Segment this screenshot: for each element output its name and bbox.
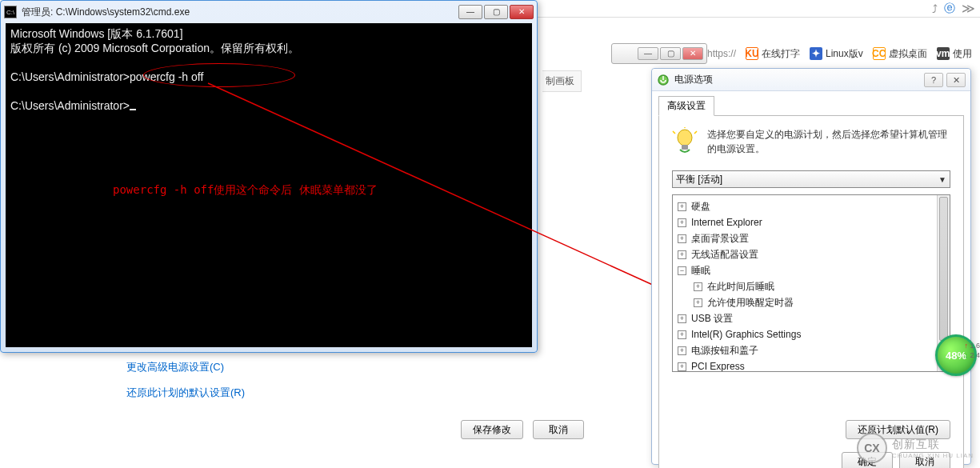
logo-text-en: CHUANG XIN HU LIAN xyxy=(892,452,974,459)
plan-links: 更改高级电源设置(C) 还原此计划的默认设置(R) xyxy=(126,360,245,411)
expand-icon[interactable]: + xyxy=(678,234,686,243)
more-icon[interactable]: ≫ xyxy=(962,1,975,16)
tree-node-usb[interactable]: +USB 设置 xyxy=(674,310,935,326)
help-button[interactable]: ? xyxy=(924,73,943,87)
tree-node-pci[interactable]: +PCI Express xyxy=(674,358,935,372)
svg-rect-4 xyxy=(682,145,688,150)
ie-icon[interactable]: ⓔ xyxy=(944,2,955,16)
save-button[interactable]: 保存修改 xyxy=(461,420,523,439)
tab-advanced[interactable]: 高级设置 xyxy=(658,96,714,116)
expand-icon[interactable]: + xyxy=(678,202,686,211)
restore-defaults-link[interactable]: 还原此计划的默认设置(R) xyxy=(126,386,245,400)
dialog-title: 电源选项 xyxy=(674,73,921,86)
bulb-icon xyxy=(672,127,698,153)
tree-node-harddisk[interactable]: +硬盘 xyxy=(674,198,935,214)
share-icon[interactable]: ⤴ xyxy=(932,2,938,15)
tree-node-sleep-after[interactable]: +在此时间后睡眠 xyxy=(690,278,935,294)
plan-action-buttons: 保存修改 取消 xyxy=(461,420,584,439)
expand-icon[interactable]: + xyxy=(678,330,686,339)
expand-icon[interactable]: + xyxy=(694,298,702,307)
chevron-down-icon: ▼ xyxy=(938,175,946,184)
selected-plan: 平衡 [活动] xyxy=(676,173,722,186)
expand-icon[interactable]: + xyxy=(678,218,686,227)
change-advanced-link[interactable]: 更改高级电源设置(C) xyxy=(126,360,245,374)
expand-icon[interactable]: + xyxy=(678,250,686,259)
dialog-description: 选择您要自定义的电源计划，然后选择您希望计算机管理的电源设置。 xyxy=(707,127,950,156)
net-speed-readout: 1.6 2.4 xyxy=(964,341,980,360)
logo-badge: CX xyxy=(857,433,887,463)
cmd-title: 管理员: C:\Windows\system32\cmd.exe xyxy=(22,6,458,19)
tree-node-wake-timers[interactable]: +允许使用唤醒定时器 xyxy=(690,294,935,310)
close-button[interactable]: ✕ xyxy=(946,73,966,87)
svg-point-3 xyxy=(678,130,692,146)
bookmark-icon: ✦ xyxy=(810,47,822,60)
tree-node-wireless[interactable]: +无线适配器设置 xyxy=(674,246,935,262)
maximize-button[interactable]: ▢ xyxy=(660,47,681,60)
power-icon xyxy=(657,74,670,86)
expand-icon[interactable]: + xyxy=(678,346,686,355)
browser-toolbar: ⤴ ⓔ ≫ xyxy=(536,0,980,18)
annotation-ellipse xyxy=(143,63,295,87)
bookmark-item[interactable]: ✦Linux版v xyxy=(810,47,863,61)
dialog-titlebar[interactable]: 电源选项 ? ✕ xyxy=(652,69,970,91)
annotation-text: powercfg -h off使用这个命令后 休眠菜单都没了 xyxy=(113,183,378,198)
bookmark-icon: vm xyxy=(937,47,950,60)
power-options-dialog: 电源选项 ? ✕ 高级设置 选择您要自定义的电源计划，然后选择您希望计算机管理的… xyxy=(651,68,971,465)
tree-node-intel-gfx[interactable]: +Intel(R) Graphics Settings xyxy=(674,326,935,342)
background-window-controls: — ▢ ✕ xyxy=(611,43,707,64)
tree-node-sleep[interactable]: −睡眠 xyxy=(674,262,935,278)
bookmark-bar: https:// KU在线打字 ✦Linux版v CC虚拟桌面 vm使用 xyxy=(707,43,980,64)
panel-fragment-label: 制画板 xyxy=(542,70,582,92)
bookmark-icon: CC xyxy=(873,47,886,60)
minimize-button[interactable]: — xyxy=(638,47,658,60)
tree-node-ie[interactable]: +Internet Explorer xyxy=(674,214,935,230)
tree-node-power-buttons[interactable]: +电源按钮和盖子 xyxy=(674,342,935,358)
https-label: https:// xyxy=(707,48,736,59)
bookmark-item[interactable]: vm使用 xyxy=(937,47,972,61)
tree-node-desktop-bg[interactable]: +桌面背景设置 xyxy=(674,230,935,246)
power-plan-dropdown[interactable]: 平衡 [活动] ▼ xyxy=(672,170,950,188)
collapse-icon[interactable]: − xyxy=(678,266,686,275)
watermark-logo: CX 创新互联 CHUANG XIN HU LIAN xyxy=(857,433,974,463)
logo-text-cn: 创新互联 xyxy=(892,438,974,452)
close-button[interactable]: ✕ xyxy=(682,47,703,60)
tab-panel: 选择您要自定义的电源计划，然后选择您希望计算机管理的电源设置。 平衡 [活动] … xyxy=(658,115,964,468)
settings-tree[interactable]: +硬盘 +Internet Explorer +桌面背景设置 +无线适配器设置 … xyxy=(672,194,950,372)
cursor xyxy=(130,109,136,110)
cancel-button[interactable]: 取消 xyxy=(533,420,584,439)
cmd-window: C:\ 管理员: C:\Windows\system32\cmd.exe — ▢… xyxy=(0,0,538,353)
maximize-button[interactable]: ▢ xyxy=(484,5,508,19)
expand-icon[interactable]: + xyxy=(678,362,686,371)
bookmark-item[interactable]: KU在线打字 xyxy=(746,47,800,61)
minimize-button[interactable]: — xyxy=(458,5,482,19)
bookmark-icon: KU xyxy=(746,47,758,60)
bookmark-item[interactable]: CC虚拟桌面 xyxy=(873,47,927,61)
scrollbar-thumb[interactable] xyxy=(939,197,948,341)
close-button[interactable]: ✕ xyxy=(510,5,534,19)
expand-icon[interactable]: + xyxy=(678,314,686,323)
cmd-titlebar[interactable]: C:\ 管理员: C:\Windows\system32\cmd.exe — ▢… xyxy=(1,1,537,23)
expand-icon[interactable]: + xyxy=(694,282,702,291)
cmd-icon: C:\ xyxy=(4,6,17,18)
